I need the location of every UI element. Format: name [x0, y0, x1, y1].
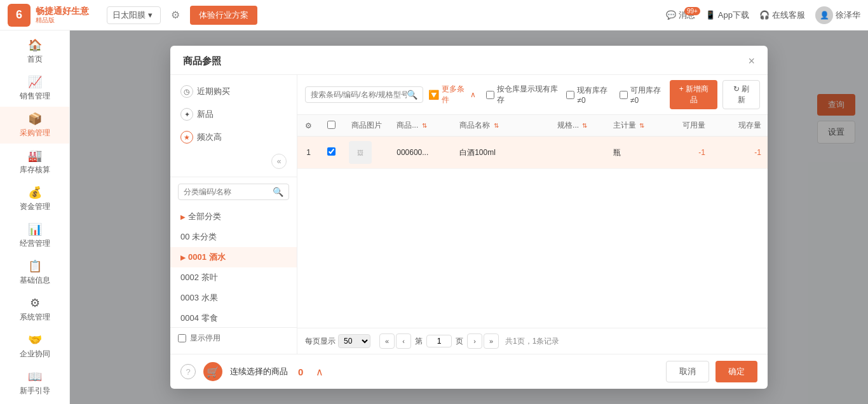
sidebar-item-enterprise[interactable]: 🤝 企业协同 — [0, 328, 69, 365]
stock-not-zero-checkbox-label[interactable]: 现有库存≠0 — [566, 85, 612, 105]
col-header-unit: 主计量 ⇅ — [607, 115, 656, 137]
product-search-icon[interactable]: 🔍 — [407, 90, 417, 100]
collapse-footer-icon[interactable]: ∧ — [316, 366, 323, 378]
new-nav-label: 新品 — [197, 109, 214, 120]
last-page-button[interactable]: » — [484, 333, 499, 349]
message-icon: 💬 — [666, 10, 676, 20]
left-nav-recent[interactable]: ◷ 近期购买 — [170, 80, 297, 103]
sidebar-item-inventory[interactable]: 🏭 库存核算 — [0, 144, 69, 180]
current-page-input[interactable] — [426, 335, 452, 347]
table-row[interactable]: 1 🖼 — [297, 137, 768, 169]
name-sort-icon[interactable]: ⇅ — [494, 122, 499, 129]
sidebar-item-system[interactable]: ⚙ 系统管理 — [0, 291, 69, 328]
sidebar-label-inventory: 库存核算 — [20, 165, 50, 175]
col-header-code: 商品... ⇅ — [390, 115, 453, 137]
left-nav-new[interactable]: ✦ 新品 — [170, 103, 297, 126]
code-sort-icon[interactable]: ⇅ — [422, 122, 427, 129]
modal-overlay: 商品参照 × ◷ 近期购买 ✦ 新品 — [70, 30, 868, 404]
show-disabled-area: 显示停用 — [170, 327, 297, 349]
product-reference-modal: 商品参照 × ◷ 近期购买 ✦ 新品 — [170, 46, 768, 389]
avatar: 👤 — [815, 6, 833, 24]
more-filter-button[interactable]: 🔽 更多条件 ∧ — [428, 84, 477, 105]
per-page-select[interactable]: 50 100 200 — [338, 334, 370, 348]
sidebar-item-operations[interactable]: 📊 经营管理 — [0, 217, 69, 254]
sidebar-label-operations: 经营管理 — [20, 238, 50, 249]
confirm-button[interactable]: 确定 — [715, 361, 757, 382]
navbar-right: 💬 消息 99+ 📱 App下载 🎧 在线客服 👤 徐泽华 — [666, 6, 860, 24]
footer-action-buttons: 取消 确定 — [666, 361, 757, 382]
col-header-check[interactable] — [320, 115, 342, 137]
category-item-liquor[interactable]: ▶ 0001 酒水 — [170, 247, 297, 267]
row-stock-cell: -1 — [712, 137, 768, 169]
show-disabled-label[interactable]: 显示停用 — [190, 333, 220, 344]
sidebar: 🏠 首页 📈 销售管理 📦 采购管理 🏭 库存核算 💰 资金管理 📊 经营管理 … — [0, 30, 70, 404]
modal-close-button[interactable]: × — [748, 55, 755, 68]
cancel-button[interactable]: 取消 — [666, 361, 709, 382]
category-item-snacks[interactable]: 0004 零食 — [170, 308, 297, 327]
row-checkbox-cell[interactable] — [320, 137, 342, 169]
category-search-icon[interactable]: 🔍 — [273, 187, 283, 197]
product-table-area: ⚙ 商品图片 商品... — [297, 115, 768, 328]
product-search-input[interactable] — [311, 90, 407, 99]
available-not-zero-checkbox-label[interactable]: 可用库存≠0 — [620, 85, 665, 105]
recent-nav-label: 近期购买 — [197, 86, 230, 97]
sidebar-label-basic-info: 基础信息 — [20, 275, 50, 286]
next-page-button[interactable]: › — [467, 333, 482, 349]
modal-title: 商品参照 — [183, 55, 221, 67]
sidebar-item-finance[interactable]: 💰 资金管理 — [0, 180, 69, 217]
phone-icon: 📱 — [705, 10, 715, 20]
table-header-row: ⚙ 商品图片 商品... — [297, 115, 768, 137]
inventory-icon: 🏭 — [28, 149, 42, 163]
refresh-button[interactable]: ↻ 刷新 — [722, 80, 760, 109]
cart-icon[interactable]: 🛒 — [203, 362, 222, 381]
sidebar-item-basic-info[interactable]: 📋 基础信息 — [0, 254, 69, 291]
branch-selector[interactable]: 日太阳膜 ▾ — [107, 6, 161, 24]
col-header-settings[interactable]: ⚙ — [297, 115, 320, 137]
show-disabled-checkbox[interactable] — [178, 334, 186, 342]
col-header-image: 商品图片 — [342, 115, 390, 137]
sidebar-item-apps[interactable]: 🖥 应用中心 — [0, 401, 69, 404]
first-page-button[interactable]: « — [379, 333, 395, 349]
guide-icon: 📖 — [28, 370, 42, 384]
prev-page-button[interactable]: ‹ — [396, 333, 411, 349]
warehouse-display-checkbox-label[interactable]: 按仓库显示现有库存 — [486, 84, 559, 105]
user-menu[interactable]: 👤 徐泽华 — [815, 6, 860, 24]
add-product-button[interactable]: + 新增商品 — [670, 80, 717, 109]
headset-icon: 🎧 — [759, 10, 770, 20]
online-service-nav-item[interactable]: 🎧 在线客服 — [759, 10, 805, 21]
warehouse-display-checkbox[interactable] — [486, 91, 494, 99]
experience-button[interactable]: 体验行业方案 — [190, 6, 257, 25]
main-layout: 🏠 首页 📈 销售管理 📦 采购管理 🏭 库存核算 💰 资金管理 📊 经营管理 … — [0, 30, 868, 404]
row-checkbox[interactable] — [327, 147, 336, 156]
brand-name: 畅捷通好生意 — [36, 6, 89, 17]
app-logo: 6 — [8, 4, 31, 27]
recent-nav-icon: ◷ — [180, 85, 193, 98]
sidebar-label-enterprise: 企业协同 — [20, 349, 50, 360]
available-not-zero-checkbox[interactable] — [620, 91, 628, 99]
page-navigation: « ‹ 第 页 › » — [379, 333, 499, 349]
sidebar-item-home[interactable]: 🏠 首页 — [0, 33, 69, 70]
left-nav-frequent[interactable]: ★ 频次高 — [170, 126, 297, 149]
category-search-input[interactable] — [184, 187, 273, 196]
select-all-checkbox[interactable] — [327, 121, 336, 129]
pagination-bar: 每页显示 50 100 200 « ‹ 第 — [297, 328, 768, 354]
sidebar-item-sales[interactable]: 📈 销售管理 — [0, 70, 69, 107]
col-header-name: 商品名称 ⇅ — [453, 115, 551, 137]
category-item-all[interactable]: ▶ 全部分类 — [170, 206, 297, 227]
sidebar-item-purchase[interactable]: 📦 采购管理 — [0, 107, 69, 144]
category-item-tea[interactable]: 0002 茶叶 — [170, 267, 297, 288]
messages-nav-item[interactable]: 💬 消息 99+ — [666, 10, 695, 21]
spec-sort-icon[interactable]: ⇅ — [582, 122, 587, 129]
username-label: 徐泽华 — [836, 10, 860, 21]
help-icon[interactable]: ? — [180, 364, 196, 379]
settings-icon[interactable]: ⚙ — [166, 6, 185, 25]
category-item-uncategorized[interactable]: 00 未分类 — [170, 227, 297, 247]
collapse-left-button[interactable]: « — [271, 154, 287, 169]
unit-sort-icon[interactable]: ⇅ — [639, 122, 644, 129]
category-item-fruit[interactable]: 0003 水果 — [170, 288, 297, 308]
chevron-down-icon: ▾ — [148, 10, 153, 20]
stock-not-zero-checkbox[interactable] — [566, 91, 574, 99]
modal-header: 商品参照 × — [170, 46, 768, 75]
sidebar-item-guide[interactable]: 📖 新手引导 — [0, 365, 69, 401]
app-download-nav-item[interactable]: 📱 App下载 — [705, 10, 749, 21]
